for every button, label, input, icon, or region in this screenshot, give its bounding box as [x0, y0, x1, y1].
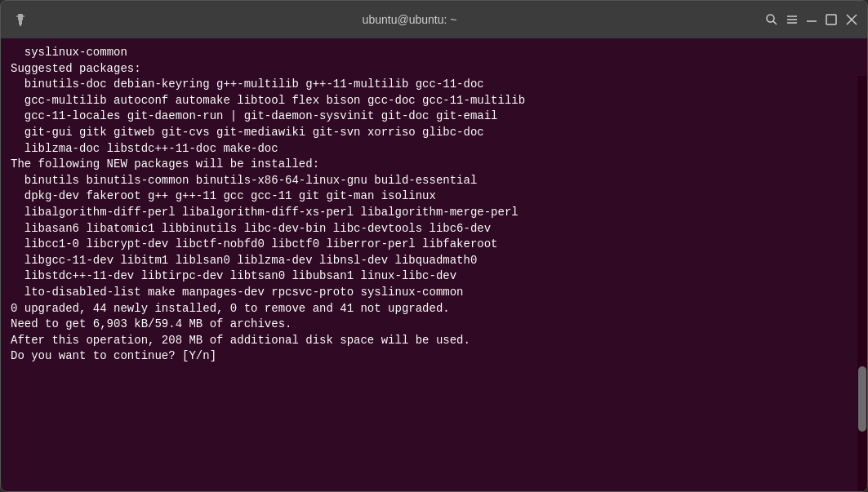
titlebar: ubuntu@ubuntu: ~: [1, 1, 867, 38]
title-text: ubuntu@ubuntu: ~: [363, 13, 457, 26]
pin-button[interactable]: [7, 7, 33, 33]
svg-point-4: [767, 15, 774, 22]
pin-icon: [13, 12, 28, 27]
titlebar-controls: [763, 7, 861, 33]
titlebar-title: ubuntu@ubuntu: ~: [56, 13, 763, 26]
hamburger-icon: [786, 13, 799, 26]
svg-rect-10: [826, 15, 836, 24]
close-icon: [845, 13, 858, 26]
terminal-window: ubuntu@ubuntu: ~: [0, 0, 868, 492]
minimize-icon: [805, 13, 818, 26]
svg-rect-0: [18, 14, 23, 20]
svg-rect-1: [19, 20, 22, 24]
maximize-icon: [825, 13, 838, 26]
menu-button[interactable]: [782, 7, 800, 33]
terminal-body[interactable]: syslinux-common Suggested packages: binu…: [1, 38, 867, 491]
search-icon: [765, 13, 778, 26]
close-button[interactable]: [843, 7, 861, 33]
maximize-button[interactable]: [822, 7, 840, 33]
titlebar-left: [7, 7, 56, 33]
minimize-button[interactable]: [803, 7, 821, 33]
scrollbar-track: [857, 76, 867, 491]
svg-line-5: [773, 21, 777, 24]
scrollbar-thumb[interactable]: [858, 366, 866, 432]
terminal-wrapper: syslinux-common Suggested packages: binu…: [1, 38, 867, 491]
search-button[interactable]: [763, 7, 781, 33]
